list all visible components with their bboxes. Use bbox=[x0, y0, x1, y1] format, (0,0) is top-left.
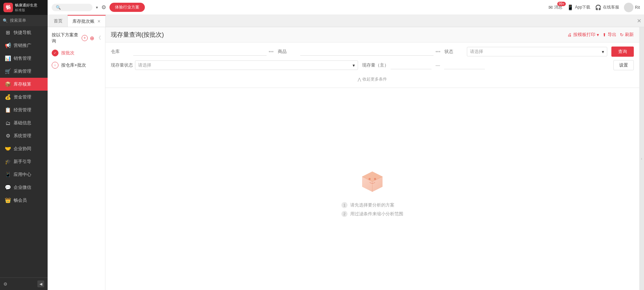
sidebar-item-marketing[interactable]: 📢 营销推广 bbox=[0, 39, 48, 52]
tip-num-1: 1 bbox=[341, 202, 348, 208]
left-panel-actions: ＋ ⊕ 《 bbox=[82, 35, 101, 41]
marketing-icon: 📢 bbox=[5, 42, 11, 49]
sidebar-scroll-left[interactable]: ◀ bbox=[37, 280, 44, 287]
quick-nav-icon: ⊞ bbox=[5, 30, 11, 36]
service-icon: 🎧 bbox=[595, 4, 601, 11]
tab-panel-close-icon[interactable]: ✕ bbox=[637, 18, 641, 24]
sidebar-header: 畅 畅康通好生意 标准版 bbox=[0, 0, 48, 15]
left-panel-header: 按以下方案查询 ＋ ⊕ 《 bbox=[48, 31, 105, 47]
sales-icon: 📊 bbox=[5, 55, 11, 61]
app-download-button[interactable]: 📱 App下载 bbox=[567, 4, 590, 11]
right-collapse-bar[interactable]: › bbox=[639, 27, 644, 290]
stock-status-dropdown-icon: ▾ bbox=[353, 63, 355, 68]
warehouse-input[interactable] bbox=[133, 48, 267, 56]
tab-inventory-batch[interactable]: 库存批次账 ✕ bbox=[68, 15, 106, 27]
empty-illustration bbox=[355, 161, 389, 195]
sidebar-scroll: ⊞ 快捷导航 📢 营销推广 📊 销售管理 🛒 采购管理 📦 库存核算 💰 资金管… bbox=[0, 26, 48, 277]
sidebar-item-operations[interactable]: 📋 经营管理 bbox=[0, 104, 48, 116]
export-icon: ⬆ bbox=[603, 32, 606, 37]
filter-row-2: 现存量状态 请选择 ▾ 现存量（主） — 设置 bbox=[111, 60, 634, 70]
stock-qty-dash: — bbox=[434, 63, 442, 68]
product-more-icon[interactable]: ••• bbox=[436, 49, 441, 54]
svg-point-5 bbox=[369, 178, 371, 180]
query-button[interactable]: 查询 bbox=[611, 47, 634, 57]
trial-button[interactable]: 体验行业方案 bbox=[109, 3, 145, 12]
sidebar-item-system[interactable]: ⚙ 系统管理 bbox=[0, 129, 48, 142]
stock-qty-max-input[interactable] bbox=[444, 61, 485, 69]
stock-status-filter: 现存量状态 请选择 ▾ bbox=[111, 60, 358, 70]
finance-icon: 💰 bbox=[5, 94, 11, 100]
purchase-icon: 🛒 bbox=[5, 68, 11, 74]
sidebar-item-sales[interactable]: 📊 销售管理 bbox=[0, 52, 48, 65]
status-label: 状态 bbox=[444, 49, 465, 55]
sidebar-item-inventory[interactable]: 📦 库存核算 bbox=[0, 78, 48, 91]
empty-tip-2: 2 用过滤条件来缩小分析范围 bbox=[341, 211, 403, 217]
tab-close-icon[interactable]: ✕ bbox=[97, 19, 101, 24]
content-area: 按以下方案查询 ＋ ⊕ 《 ✓ 按批次 ○ 按仓库+批次 现存量查询(按批次) bbox=[48, 27, 644, 290]
base-icon: 🗂 bbox=[5, 120, 11, 126]
sidebar-item-wechat[interactable]: 💬 企业微信 bbox=[0, 181, 48, 194]
collapse-up-icon: ⋀ bbox=[358, 77, 361, 82]
empty-tips: 1 请先选择要分析的方案 2 用过滤条件来缩小分析范围 bbox=[341, 202, 403, 217]
empty-state: 1 请先选择要分析的方案 2 用过滤条件来缩小分析范围 bbox=[105, 88, 639, 290]
empty-tip-1: 1 请先选择要分析的方案 bbox=[341, 202, 403, 208]
inventory-icon: 📦 bbox=[5, 81, 11, 87]
print-dropdown-icon[interactable]: ▾ bbox=[597, 32, 599, 37]
sidebar-item-member[interactable]: 👑 畅会员 bbox=[0, 194, 48, 207]
sidebar-search[interactable]: 🔍 搜索菜单 bbox=[0, 15, 48, 26]
topbar-search[interactable]: 🔍 bbox=[52, 4, 92, 11]
tabbar: 首页 库存批次账 ✕ ✕ bbox=[48, 15, 644, 27]
settings-icon[interactable]: ⚙ bbox=[3, 282, 7, 287]
wechat-icon: 💬 bbox=[5, 184, 11, 191]
status-select[interactable]: 请选择 ▾ bbox=[467, 47, 607, 56]
settings-button[interactable]: 设置 bbox=[613, 60, 634, 70]
sidebar-item-quick-nav[interactable]: ⊞ 快捷导航 bbox=[0, 26, 48, 39]
scheme-item-by-batch[interactable]: ✓ 按批次 bbox=[48, 47, 105, 59]
stock-status-select[interactable]: 请选择 ▾ bbox=[135, 60, 358, 70]
topbar-search-icon: 🔍 bbox=[56, 5, 61, 10]
left-panel: 按以下方案查询 ＋ ⊕ 《 ✓ 按批次 ○ 按仓库+批次 bbox=[48, 27, 105, 290]
sidebar-item-purchase[interactable]: 🛒 采购管理 bbox=[0, 65, 48, 78]
product-filter: 商品 ••• bbox=[278, 48, 441, 56]
filter-row-1: 仓库 ••• 商品 ••• 状态 请选择 ▾ bbox=[111, 47, 634, 57]
topbar: 🔍 ▾ ⚙ 体验行业方案 ✉ 消息 99+ 📱 App下载 🎧 在线客服 Rit bbox=[48, 0, 644, 15]
product-input[interactable] bbox=[300, 48, 434, 56]
scheme-item-by-warehouse-batch[interactable]: ○ 按仓库+批次 bbox=[48, 59, 105, 71]
export-button[interactable]: ⬆ 导出 bbox=[603, 32, 616, 38]
sidebar-item-newbie[interactable]: 🎓 新手引导 bbox=[0, 155, 48, 168]
print-button[interactable]: 🖨 按模板打印 ▾ bbox=[567, 32, 599, 38]
stock-qty-min-input[interactable] bbox=[391, 61, 431, 69]
sidebar-item-app[interactable]: 📱 应用中心 bbox=[0, 168, 48, 181]
status-dropdown-icon: ▾ bbox=[602, 49, 604, 54]
collapse-button[interactable]: ⋀ 收起更多条件 bbox=[358, 76, 387, 82]
sidebar-item-enterprise[interactable]: 🤝 企业协同 bbox=[0, 142, 48, 155]
sidebar-item-finance[interactable]: 💰 资金管理 bbox=[0, 91, 48, 104]
add-scheme-icon[interactable]: ＋ bbox=[82, 35, 88, 41]
online-service-button[interactable]: 🎧 在线客服 bbox=[595, 4, 619, 11]
avatar bbox=[624, 3, 633, 12]
topbar-dropdown-arrow[interactable]: ▾ bbox=[96, 5, 98, 10]
stock-qty-label: 现存量（主） bbox=[362, 62, 389, 68]
warehouse-more-icon[interactable]: ••• bbox=[269, 49, 274, 54]
collapse-left-icon[interactable]: 《 bbox=[96, 35, 101, 41]
print-icon: 🖨 bbox=[567, 32, 572, 37]
scheme-inactive-icon: ○ bbox=[52, 62, 58, 69]
refresh-icon: ↻ bbox=[620, 32, 624, 37]
search-icon: 🔍 bbox=[3, 18, 8, 23]
sidebar-item-base[interactable]: 🗂 基础信息 bbox=[0, 116, 48, 129]
warehouse-label: 仓库 bbox=[111, 49, 131, 55]
message-icon: ✉ bbox=[548, 4, 553, 11]
app-icon: 📱 bbox=[5, 171, 11, 178]
warehouse-filter: 仓库 ••• bbox=[111, 48, 274, 56]
sidebar: 畅 畅康通好生意 标准版 🔍 搜索菜单 ⊞ 快捷导航 📢 营销推广 📊 销售管理… bbox=[0, 0, 48, 290]
user-avatar-area[interactable]: Rit bbox=[624, 3, 640, 12]
tab-home[interactable]: 首页 bbox=[49, 15, 68, 27]
messages-button[interactable]: ✉ 消息 99+ bbox=[548, 4, 562, 11]
settings-scheme-icon[interactable]: ⊕ bbox=[90, 35, 94, 41]
topbar-gear-icon[interactable]: ⚙ bbox=[101, 4, 106, 11]
page-title: 现存量查询(按批次) bbox=[111, 31, 164, 39]
collapse-row: ⋀ 收起更多条件 bbox=[111, 74, 634, 84]
svg-point-6 bbox=[374, 178, 376, 180]
tip-num-2: 2 bbox=[341, 211, 348, 217]
refresh-button[interactable]: ↻ 刷新 bbox=[620, 32, 634, 38]
